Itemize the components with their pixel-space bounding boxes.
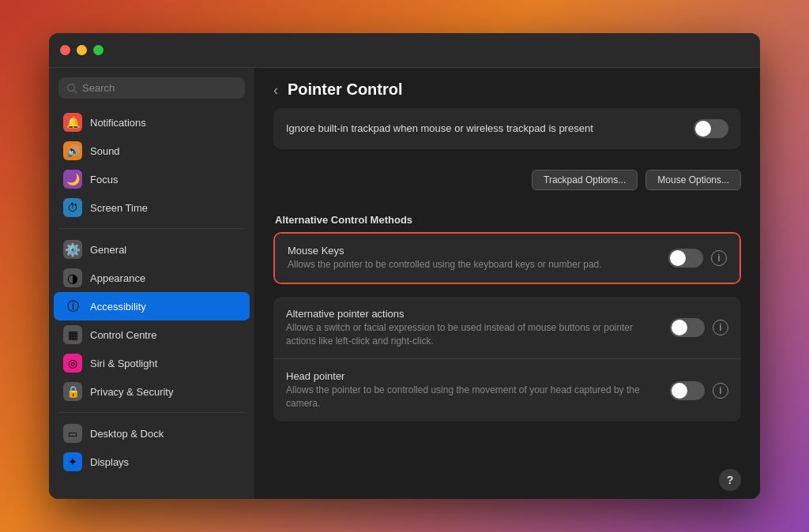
search-box[interactable]: Search xyxy=(58,77,245,99)
sidebar-divider xyxy=(58,228,245,229)
sidebar-item-appearance[interactable]: ◑ Appearance xyxy=(54,264,250,292)
sidebar-item-label: Focus xyxy=(90,174,118,185)
sidebar-item-label: Siri & Spotlight xyxy=(90,358,157,369)
sidebar-item-privacy[interactable]: 🔒 Privacy & Security xyxy=(54,377,250,406)
back-button[interactable]: ‹ xyxy=(273,83,278,97)
head-pointer-controls: i xyxy=(670,381,728,400)
siri-icon: ◎ xyxy=(63,354,82,373)
sidebar-item-notifications[interactable]: 🔔 Notifications xyxy=(54,108,250,137)
head-pointer-toggle[interactable] xyxy=(670,381,705,400)
alt-pointer-controls: i xyxy=(670,318,728,337)
sidebar-item-label: Notifications xyxy=(90,117,146,129)
sidebar-item-label: Displays xyxy=(90,456,129,468)
displays-icon: ✦ xyxy=(63,452,82,471)
sidebar-item-control-centre[interactable]: ▦ Control Centre xyxy=(54,320,250,349)
main-panel: ‹ Pointer Control Ignore built-in trackp… xyxy=(254,68,760,499)
head-pointer-text: Head pointer Allows the pointer to be co… xyxy=(286,370,657,410)
sidebar-item-desktop-dock[interactable]: ▭ Desktop & Dock xyxy=(54,419,250,448)
mouse-keys-row: Mouse Keys Allows the pointer to be cont… xyxy=(275,234,739,283)
sidebar-item-focus[interactable]: 🌙 Focus xyxy=(54,165,250,193)
sound-icon: 🔊 xyxy=(63,141,82,160)
accessibility-icon: ⓘ xyxy=(63,297,82,316)
sidebar-item-general[interactable]: ⚙️ General xyxy=(54,235,250,264)
mouse-keys-section: Mouse Keys Allows the pointer to be cont… xyxy=(273,232,741,284)
control-centre-icon: ▦ xyxy=(63,325,82,344)
trackpad-ignore-title: Ignore built-in trackpad when mouse or w… xyxy=(286,122,681,134)
mouse-keys-desc: Allows the pointer to be controlled usin… xyxy=(288,258,656,272)
sidebar-item-label: Privacy & Security xyxy=(90,386,173,398)
sidebar-item-sound[interactable]: 🔊 Sound xyxy=(54,137,250,165)
mouse-keys-controls: i xyxy=(668,249,727,268)
sidebar-item-accessibility[interactable]: ⓘ Accessibility xyxy=(54,292,250,320)
sidebar-item-label: Accessibility xyxy=(90,301,146,313)
alt-pointer-info-button[interactable]: i xyxy=(713,320,728,335)
trackpad-section: Ignore built-in trackpad when mouse or w… xyxy=(273,108,741,149)
help-button[interactable]: ? xyxy=(719,469,741,491)
svg-line-1 xyxy=(74,90,77,93)
screen-time-icon: ⏱ xyxy=(63,198,82,217)
maximize-button[interactable] xyxy=(93,45,103,55)
close-button[interactable] xyxy=(60,45,70,55)
trackpad-options-button[interactable]: Trackpad Options... xyxy=(532,170,638,190)
desktop-dock-icon: ▭ xyxy=(63,424,82,443)
alt-pointer-section: Alternative pointer actions Allows a swi… xyxy=(273,297,741,421)
sidebar-item-siri[interactable]: ◎ Siri & Spotlight xyxy=(54,349,250,377)
alt-pointer-row: Alternative pointer actions Allows a swi… xyxy=(273,297,741,360)
search-icon xyxy=(66,83,77,94)
alt-pointer-title: Alternative pointer actions xyxy=(286,308,657,320)
minimize-button[interactable] xyxy=(77,45,87,55)
head-pointer-info-button[interactable]: i xyxy=(713,383,728,399)
trackpad-ignore-text: Ignore built-in trackpad when mouse or w… xyxy=(286,122,681,136)
mouse-keys-text: Mouse Keys Allows the pointer to be cont… xyxy=(288,245,656,272)
head-pointer-desc: Allows the pointer to be controlled usin… xyxy=(286,384,657,410)
panel-title: Pointer Control xyxy=(288,81,403,99)
sidebar-item-label: Desktop & Dock xyxy=(90,428,164,440)
search-placeholder: Search xyxy=(82,82,115,94)
options-buttons-row: Trackpad Options... Mouse Options... xyxy=(273,162,741,201)
alt-control-label: Alternative Control Methods xyxy=(275,214,741,226)
sidebar-item-label: Sound xyxy=(90,145,120,157)
content-area: Search 🔔 Notifications 🔊 Sound 🌙 Focus ⏱… xyxy=(49,68,760,499)
trackpad-ignore-row: Ignore built-in trackpad when mouse or w… xyxy=(273,108,741,149)
sidebar: Search 🔔 Notifications 🔊 Sound 🌙 Focus ⏱… xyxy=(49,68,254,499)
trackpad-ignore-toggle[interactable] xyxy=(694,119,728,138)
mouse-options-button[interactable]: Mouse Options... xyxy=(645,170,741,190)
alt-pointer-desc: Allows a switch or facial expression to … xyxy=(286,321,657,348)
sidebar-item-label: Screen Time xyxy=(90,202,148,214)
general-icon: ⚙️ xyxy=(63,240,82,259)
bottom-bar: ? xyxy=(254,461,760,499)
mouse-keys-title: Mouse Keys xyxy=(288,245,656,257)
notifications-icon: 🔔 xyxy=(63,113,82,132)
sidebar-item-screen-time[interactable]: ⏱ Screen Time xyxy=(54,193,250,222)
search-container: Search xyxy=(49,77,254,108)
sidebar-item-label: Appearance xyxy=(90,272,145,284)
alt-pointer-text: Alternative pointer actions Allows a swi… xyxy=(286,308,657,348)
privacy-icon: 🔒 xyxy=(63,382,82,401)
main-window: Search 🔔 Notifications 🔊 Sound 🌙 Focus ⏱… xyxy=(49,33,760,499)
mouse-keys-info-button[interactable]: i xyxy=(711,250,727,266)
alt-pointer-toggle[interactable] xyxy=(670,318,705,337)
sidebar-item-displays[interactable]: ✦ Displays xyxy=(54,448,250,476)
panel-body: Ignore built-in trackpad when mouse or w… xyxy=(254,108,760,461)
panel-header: ‹ Pointer Control xyxy=(254,68,760,108)
appearance-icon: ◑ xyxy=(63,268,82,287)
sidebar-item-label: General xyxy=(90,244,126,256)
head-pointer-row: Head pointer Allows the pointer to be co… xyxy=(273,359,741,421)
sidebar-divider-2 xyxy=(58,412,245,413)
mouse-keys-toggle[interactable] xyxy=(668,249,703,268)
head-pointer-title: Head pointer xyxy=(286,370,657,382)
focus-icon: 🌙 xyxy=(63,170,82,189)
sidebar-item-label: Control Centre xyxy=(90,329,157,341)
title-bar xyxy=(49,33,760,68)
